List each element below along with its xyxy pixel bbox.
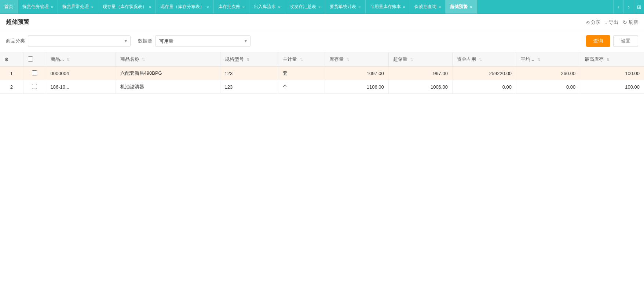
th-checkbox[interactable] [23,52,46,67]
table-header-row: ⚙ 商品... ⇅ 商品名称 ⇅ 规格型号 ⇅ [0,52,644,67]
row-code: 186-10... [46,80,116,94]
sort-icon-name: ⇅ [142,58,145,62]
row-overstock: 997.00 [388,67,452,80]
row-capital: 259220.00 [452,67,516,80]
nav-label: 可用量库存账本 [370,4,401,10]
goods-category-select[interactable] [28,35,131,47]
row-stock: 1097.00 [325,67,388,80]
row-unit: 套 [278,67,325,80]
settings-button[interactable]: 设置 [613,35,638,47]
nav-item-5[interactable]: 库存批次账 × [214,0,249,14]
row-maxstock: 100.00 [580,67,644,80]
th-spec[interactable]: 规格型号 ⇅ [220,52,278,67]
row-avgprice: 0.00 [516,80,580,94]
nav-item-1[interactable]: 拣货任务管理 × [18,0,58,14]
th-stock-label: 库存量 [329,56,344,62]
page-header: 超储预警 ⎋ 分享 ↓ 导出 ↻ 刷新 [0,14,644,30]
nav-label: 拣货任务管理 [22,4,49,10]
table-row: 2 186-10... 机油滤清器 123 个 1106.00 1006.00 … [0,80,644,94]
nav-item-10[interactable]: 保质期查询 × [410,0,446,14]
nav-item-7[interactable]: 收发存汇总表 × [285,0,325,14]
nav-item-2[interactable]: 拣货异常处理 × [58,0,98,14]
refresh-label: 刷新 [629,19,638,26]
nav-label: 要货单统计表 [330,4,356,10]
nav-close-3[interactable]: × [149,5,151,9]
nav-label: 保质期查询 [414,4,436,10]
table-body: 1 0000004 六配套新昌490BPG 123 套 1097.00 997.… [0,67,644,94]
share-button[interactable]: ⎋ 分享 [586,19,600,26]
row-maxstock: 100.00 [580,80,644,94]
nav-close-4[interactable]: × [206,5,209,9]
sort-icon-spec: ⇅ [246,58,249,62]
nav-item-home[interactable]: 首页 [0,0,18,14]
nav-close-11[interactable]: × [470,5,472,9]
row-checkbox[interactable] [32,70,37,75]
nav-label: 拣货异常处理 [62,4,89,10]
nav-close-2[interactable]: × [91,5,93,9]
th-name-label: 商品名称 [120,56,139,62]
filter-actions: 查询 设置 [586,35,638,47]
table-container: ⚙ 商品... ⇅ 商品名称 ⇅ 规格型号 ⇅ [0,52,644,94]
nav-label: 现存量（库存分布表） [160,4,204,10]
nav-item-11[interactable]: 超储预警 × [446,0,477,14]
nav-close-8[interactable]: × [358,5,361,9]
row-num: 2 [0,80,23,94]
data-source-select[interactable]: 可用量 实际量 [155,35,250,47]
nav-expand-btn[interactable]: ⊞ [634,0,644,14]
sort-icon-overstock: ⇅ [410,58,413,62]
th-settings[interactable]: ⚙ [0,52,23,67]
row-spec: 123 [220,80,278,94]
th-maxstock-label: 最高库存 [585,56,604,62]
page-container: 超储预警 ⎋ 分享 ↓ 导出 ↻ 刷新 商品分类 [0,14,644,293]
th-avgprice[interactable]: 平均... ⇅ [516,52,580,67]
th-unit[interactable]: 主计量 ⇅ [278,52,325,67]
nav-close-9[interactable]: × [403,5,405,9]
nav-close-7[interactable]: × [318,5,321,9]
top-nav: 首页 拣货任务管理 × 拣货异常处理 × 现存量（库存状况表） × 现存量（库存… [0,0,644,14]
nav-label: 现存量（库存状况表） [103,4,147,10]
refresh-button[interactable]: ↻ 刷新 [623,19,638,26]
row-name: 机油滤清器 [116,80,220,94]
refresh-icon: ↻ [623,19,627,25]
data-table: ⚙ 商品... ⇅ 商品名称 ⇅ 规格型号 ⇅ [0,52,644,94]
row-unit: 个 [278,80,325,94]
row-name: 六配套新昌490BPG [116,67,220,80]
nav-close-5[interactable]: × [242,5,245,9]
nav-item-9[interactable]: 可用量库存账本 × [366,0,410,14]
th-spec-label: 规格型号 [225,56,244,62]
query-button[interactable]: 查询 [586,35,610,47]
nav-item-4[interactable]: 现存量（库存分布表） × [156,0,213,14]
row-checkbox-cell [23,67,46,80]
row-checkbox[interactable] [32,84,37,89]
th-overstock[interactable]: 超储量 ⇅ [388,52,452,67]
nav-label: 库存批次账 [218,4,240,10]
th-stock[interactable]: 库存量 ⇅ [325,52,388,67]
nav-item-8[interactable]: 要货单统计表 × [325,0,365,14]
row-code: 0000004 [46,67,116,80]
th-name[interactable]: 商品名称 ⇅ [116,52,220,67]
select-all-checkbox[interactable] [28,56,33,62]
nav-close-1[interactable]: × [51,5,53,9]
th-capital[interactable]: 资金占用 ⇅ [452,52,516,67]
nav-close-10[interactable]: × [439,5,441,9]
export-label: 导出 [609,19,618,26]
nav-close-6[interactable]: × [278,5,280,9]
th-code[interactable]: 商品... ⇅ [46,52,116,67]
th-capital-label: 资金占用 [457,56,476,62]
sort-icon-stock: ⇅ [346,58,349,62]
row-checkbox-cell [23,80,46,94]
export-button[interactable]: ↓ 导出 [605,19,618,26]
nav-prev-btn[interactable]: ‹ [613,0,623,14]
sort-icon-avgprice: ⇅ [537,58,540,62]
nav-next-btn[interactable]: › [623,0,634,14]
th-maxstock[interactable]: 最高库存 ⇅ [580,52,644,67]
data-source-group: 数据源 可用量 实际量 [138,35,250,47]
page-title: 超储预警 [6,18,29,26]
nav-label: 出入库流水 [254,4,276,10]
row-capital: 0.00 [452,80,516,94]
nav-item-3[interactable]: 现存量（库存状况表） × [98,0,156,14]
share-label: 分享 [591,19,600,26]
nav-item-6[interactable]: 出入库流水 × [249,0,285,14]
nav-label: 超储预警 [450,4,468,10]
th-unit-label: 主计量 [283,56,297,62]
